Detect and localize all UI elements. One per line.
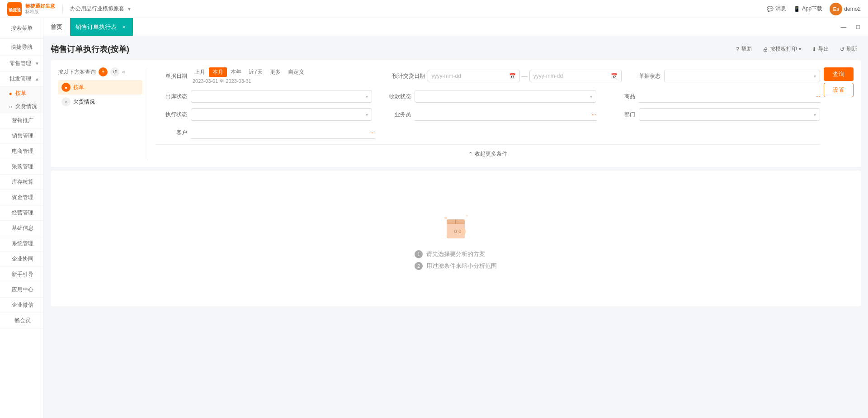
out-status-select[interactable]: ▾ <box>191 90 372 103</box>
sidebar-item-member[interactable]: 畅会员 <box>0 313 43 328</box>
date-field-label: 单据日期 <box>156 72 187 80</box>
period-custom[interactable]: 自定义 <box>284 67 308 77</box>
tab-active-label: 销售订单执行表 <box>75 23 117 31</box>
sidebar-label-finance: 资金管理 <box>5 194 39 201</box>
dept-arrow: ▾ <box>814 112 816 117</box>
scheme-collapse-button[interactable]: « <box>122 69 125 75</box>
tab-active[interactable]: 销售订单执行表 × <box>70 18 133 36</box>
scheme-item-欠货[interactable]: ○ 欠货情况 <box>58 95 142 109</box>
exec-status-select[interactable]: ▾ <box>191 108 372 121</box>
empty-tip-2-text: 用过滤条件来缩小分析范围 <box>426 262 497 270</box>
sidebar-item-ecom[interactable]: 电商管理 <box>0 144 43 159</box>
doc-status-label: 单据状态 <box>629 72 660 80</box>
sidebar-item-retail[interactable]: 零售管理 ▼ <box>0 56 43 71</box>
salesperson-more-icon[interactable]: ··· <box>592 111 596 118</box>
search-menu-button[interactable]: 搜索菜单 <box>4 22 39 35</box>
collapse-label: 收起更多条件 <box>475 150 507 158</box>
sidebar-item-wholesale[interactable]: 批发管理 ▲ <box>0 71 43 87</box>
sidebar-label-member: 畅会员 <box>5 317 39 324</box>
svg-point-8 <box>466 215 468 217</box>
sidebar-sub-item-按单[interactable]: ● 按单 <box>0 87 43 100</box>
goods-select[interactable]: ··· <box>639 90 820 103</box>
sidebar-item-collab[interactable]: 企业协同 <box>0 252 43 267</box>
message-button[interactable]: 💬 消息 <box>767 5 786 13</box>
dept-select[interactable]: ▾ <box>639 108 820 121</box>
scheme-label: 按以下方案查询 <box>58 68 96 76</box>
expected-date-end[interactable]: yyyy-mm-dd 📅 <box>529 70 622 82</box>
user-avatar[interactable]: Ea demo2 <box>830 3 861 15</box>
print-arrow-icon: ▾ <box>799 47 801 52</box>
minimize-icon: — <box>841 24 847 30</box>
sidebar-item-marketing[interactable]: 营销推广 <box>0 113 43 128</box>
tab-maximize-button[interactable]: □ <box>852 21 864 33</box>
export-button[interactable]: ⬇ 导出 <box>808 43 833 55</box>
refresh-button[interactable]: ↺ 刷新 <box>836 43 861 55</box>
template-print-button[interactable]: 🖨 按模板打印 ▾ <box>759 43 805 55</box>
exec-status-label: 执行状态 <box>156 111 187 119</box>
customer-more-icon[interactable]: ··· <box>370 129 375 136</box>
expected-date-label: 预计交货日期 <box>392 72 424 80</box>
sidebar-label-guide: 新手引导 <box>5 271 39 278</box>
empty-tip-2: 2 用过滤条件来缩小分析范围 <box>415 262 497 270</box>
svg-text:o o: o o <box>454 228 462 234</box>
setting-button[interactable]: 设置 <box>824 83 854 97</box>
customer-select[interactable]: ··· <box>191 126 375 139</box>
salesperson-select[interactable]: ··· <box>415 108 596 121</box>
sidebar-label-appstore: 应用中心 <box>5 286 39 294</box>
empty-state: o o 1 请先选择要分析的方案 2 用过滤条件来 <box>51 171 861 306</box>
app-download-button[interactable]: 📱 App下载 <box>793 5 822 13</box>
svg-text:畅捷通: 畅捷通 <box>9 8 21 12</box>
expected-date-start[interactable]: yyyy-mm-dd 📅 <box>428 70 520 82</box>
help-button[interactable]: ? 帮助 <box>732 43 755 55</box>
nav-arrow[interactable]: ▾ <box>128 6 131 12</box>
page-title: 销售订单执行表(按单) <box>51 44 129 55</box>
tab-minimize-button[interactable]: — <box>837 21 850 33</box>
sidebar-item-guide[interactable]: 新手引导 <box>0 267 43 282</box>
sidebar-item-basics[interactable]: 基础信息 <box>0 221 43 236</box>
date-end-placeholder: yyyy-mm-dd <box>533 73 563 79</box>
sidebar-label-wechat: 企业微信 <box>5 301 39 309</box>
doc-status-select[interactable]: ▾ <box>664 70 820 82</box>
nav-title: 办公用品行业模拟账套 <box>70 5 124 13</box>
sidebar-search-section: 搜索菜单 <box>0 18 43 39</box>
period-this-month[interactable]: 本月 <box>209 67 227 77</box>
sidebar-label-operation: 经营管理 <box>5 209 39 217</box>
sidebar-sub-label-欠货: 欠货情况 <box>15 103 37 110</box>
date-separator: — <box>522 73 528 80</box>
tab-home[interactable]: 首页 <box>43 18 70 36</box>
doc-status-arrow: ▾ <box>814 74 816 79</box>
scheme-add-button[interactable]: + <box>99 67 108 76</box>
app-name: 畅捷通好生意 <box>25 3 55 9</box>
sidebar-item-purchase[interactable]: 采购管理 <box>0 159 43 175</box>
period-7days[interactable]: 近7天 <box>245 67 266 77</box>
scheme-name-欠货: 欠货情况 <box>73 98 95 106</box>
tip-number-2: 2 <box>415 262 423 270</box>
sidebar-item-system[interactable]: 系统管理 <box>0 236 43 252</box>
period-last-month[interactable]: 上月 <box>191 67 209 77</box>
sidebar-item-sales[interactable]: 销售管理 <box>0 128 43 144</box>
scheme-refresh-button[interactable]: ↺ <box>110 67 119 76</box>
template-print-label: 按模板打印 <box>770 45 797 53</box>
query-button[interactable]: 查询 <box>824 67 854 81</box>
out-status-arrow: ▾ <box>366 94 368 99</box>
scheme-item-按单[interactable]: ● 按单 <box>58 80 142 95</box>
period-more[interactable]: 更多 <box>266 67 284 77</box>
sidebar-item-finance[interactable]: 资金管理 <box>0 190 43 205</box>
goods-more-icon[interactable]: ··· <box>816 93 820 100</box>
quick-nav-button[interactable]: 快捷导航 <box>0 41 43 54</box>
sidebar-sub-item-欠货[interactable]: ○ 欠货情况 <box>0 100 43 113</box>
sidebar-item-appstore[interactable]: 应用中心 <box>0 282 43 298</box>
receive-status-select[interactable]: ▾ <box>415 90 596 103</box>
sidebar-item-wechat[interactable]: 企业微信 <box>0 298 43 313</box>
message-label: 消息 <box>775 5 786 13</box>
sidebar-item-operation[interactable]: 经营管理 <box>0 205 43 221</box>
period-this-year[interactable]: 本年 <box>227 67 245 77</box>
sidebar-item-inventory[interactable]: 库存核算 <box>0 175 43 190</box>
sidebar-label-marketing: 营销推广 <box>5 117 39 124</box>
app-download-label: App下载 <box>802 5 822 13</box>
svg-point-7 <box>444 217 447 219</box>
collapse-button[interactable]: ⌃ 收起更多条件 <box>467 148 509 160</box>
tab-close-button[interactable]: × <box>120 24 127 31</box>
help-icon: ? <box>736 46 739 52</box>
sidebar-label-collab: 企业协同 <box>5 255 39 263</box>
